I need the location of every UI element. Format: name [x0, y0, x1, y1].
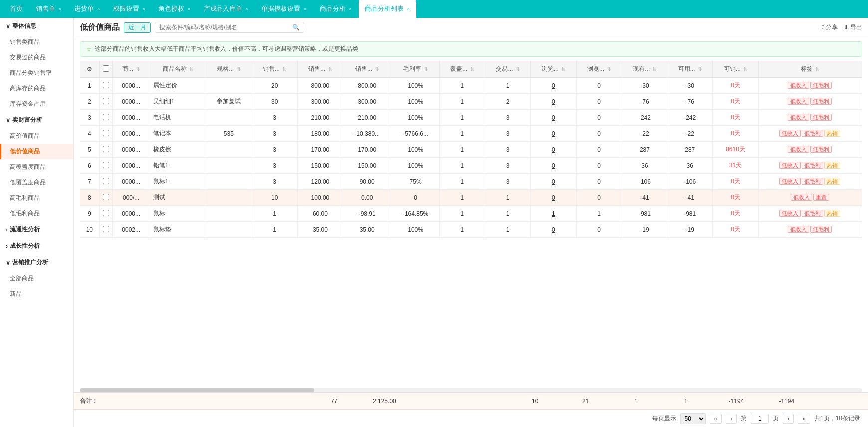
nav-product-stock[interactable]: 产成品入库单 × — [198, 0, 254, 18]
sidebar-item-sales-goods[interactable]: 销售类商品 — [0, 34, 73, 50]
nav-template[interactable]: 单据模板设置 × — [255, 0, 312, 18]
row-num: 7 — [80, 174, 99, 190]
col-browse1[interactable]: 浏览... ⇅ — [531, 61, 576, 78]
row-browse2: 0 — [576, 174, 622, 190]
row-checkbox[interactable] — [103, 226, 109, 232]
nav-role[interactable]: 角色授权 × — [152, 0, 196, 18]
search-icon[interactable]: 🔍 — [292, 24, 300, 31]
nav-purchase[interactable]: 进货单 × — [68, 0, 106, 18]
footer-browse2: 1 — [661, 398, 711, 405]
row-checkbox[interactable] — [103, 130, 109, 136]
page-last-button[interactable]: » — [798, 414, 810, 424]
row-name: 吴细细1 — [150, 94, 206, 110]
row-checkbox-cell — [99, 142, 112, 158]
select-all-checkbox[interactable] — [103, 65, 109, 72]
nav-goods-analysis-list-close[interactable]: × — [407, 6, 410, 12]
col-name[interactable]: 商品名称 ⇅ — [150, 61, 206, 78]
nav-sales[interactable]: 销售单 × — [30, 0, 67, 18]
col-gross[interactable]: 毛利率 ⇅ — [391, 61, 439, 78]
page-input[interactable] — [751, 414, 769, 424]
horizontal-scrollbar[interactable] — [80, 388, 862, 392]
col-code[interactable]: 商... ⇅ — [112, 61, 150, 78]
nav-permission[interactable]: 权限设置 × — [107, 0, 151, 18]
row-s2: 180.00 — [297, 126, 343, 142]
row-tags: 低收入低毛利热销 — [758, 206, 862, 222]
sidebar-item-high-stock[interactable]: 高库存的商品 — [0, 81, 73, 96]
sidebar-item-low-value[interactable]: 低价值商品 — [0, 144, 73, 159]
page-next-button[interactable]: › — [783, 414, 794, 424]
row-gross: -164.85% — [391, 206, 439, 222]
col-checkbox[interactable] — [99, 61, 112, 78]
sidebar-item-stock-capital[interactable]: 库存资金占用 — [0, 96, 73, 112]
sidebar-item-all-goods[interactable]: 全部商品 — [0, 271, 73, 286]
table-footer: 合计： 77 2,125.00 10 21 1 1 -1194 -1194 — [74, 392, 868, 409]
row-checkbox[interactable] — [103, 162, 109, 168]
row-browse2: 0 — [576, 190, 622, 206]
col-avail[interactable]: 可用... ⇅ — [667, 61, 713, 78]
row-browse1: 0 — [531, 222, 576, 238]
page-first-button[interactable]: « — [710, 414, 722, 424]
sidebar-item-category-sales[interactable]: 商品分类销售率 — [0, 65, 73, 81]
col-s3[interactable]: 销售... ⇅ — [343, 61, 391, 78]
share-button[interactable]: ⤴ 分享 — [821, 23, 838, 32]
col-stock[interactable]: 现有... ⇅ — [622, 61, 667, 78]
row-stock: -41 — [622, 190, 667, 206]
nav-purchase-close[interactable]: × — [97, 6, 100, 12]
export-button[interactable]: ⬇ 导出 — [844, 23, 862, 32]
row-checkbox[interactable] — [103, 194, 109, 200]
col-trade[interactable]: 交易... ⇅ — [485, 61, 531, 78]
row-num: 5 — [80, 142, 99, 158]
row-trade: 2 — [485, 94, 531, 110]
nav-role-close[interactable]: × — [187, 6, 190, 12]
sidebar-item-new-goods[interactable]: 新品 — [0, 286, 73, 302]
col-spec[interactable]: 规格... ⇅ — [206, 61, 252, 78]
table-row: 6 0000... 铅笔1 3 150.00 150.00 100% 1 3 0… — [80, 158, 862, 174]
row-num: 3 — [80, 110, 99, 126]
nav-template-close[interactable]: × — [303, 6, 306, 12]
col-s2[interactable]: 销售... ⇅ — [297, 61, 343, 78]
sidebar-item-high-coverage[interactable]: 高覆盖度商品 — [0, 159, 73, 175]
nav-goods-analysis-close[interactable]: × — [349, 6, 352, 12]
table-row: 1 0000... 属性定价 20 800.00 800.00 100% 1 1… — [80, 78, 862, 94]
sidebar-group-wealth[interactable]: ∨ 卖财富分析 — [0, 112, 73, 128]
sidebar-group-growth[interactable]: › 成长性分析 — [0, 238, 73, 254]
sidebar-item-traded-goods[interactable]: 交易过的商品 — [0, 50, 73, 65]
nav-home[interactable]: 首页 — [4, 0, 29, 18]
row-spec: 535 — [206, 126, 252, 142]
row-checkbox[interactable] — [103, 210, 109, 216]
col-cover[interactable]: 覆盖... ⇅ — [439, 61, 485, 78]
per-page-select[interactable]: 50 100 200 — [680, 413, 706, 424]
sidebar-item-low-coverage[interactable]: 低覆盖度商品 — [0, 175, 73, 190]
page-prev-button[interactable]: ‹ — [726, 414, 737, 424]
row-checkbox[interactable] — [103, 146, 109, 152]
row-spec — [206, 110, 252, 126]
col-settings[interactable]: ⚙ — [80, 61, 99, 78]
nav-sales-close[interactable]: × — [58, 6, 61, 12]
sidebar-group-circulation[interactable]: › 流通性分析 — [0, 221, 73, 238]
nav-goods-analysis-list[interactable]: 商品分析列表 × — [359, 0, 416, 18]
table-row: 5 0000... 橡皮擦 3 170.00 170.00 100% 1 3 0… — [80, 142, 862, 158]
row-checkbox[interactable] — [103, 178, 109, 184]
col-browse2[interactable]: 浏览... ⇅ — [576, 61, 622, 78]
nav-permission-close[interactable]: × — [142, 6, 145, 12]
row-avail: -22 — [667, 126, 713, 142]
sidebar-group-overall[interactable]: ∨ 整体信息 — [0, 18, 73, 34]
col-sellable[interactable]: 可销... ⇅ — [713, 61, 758, 78]
row-checkbox[interactable] — [103, 82, 109, 88]
col-tags[interactable]: 标签 ⇅ — [758, 61, 862, 78]
row-checkbox[interactable] — [103, 98, 109, 104]
scrollbar-thumb[interactable] — [80, 388, 314, 392]
search-input[interactable] — [159, 24, 292, 31]
row-checkbox[interactable] — [103, 114, 109, 120]
sidebar-group-marketing[interactable]: ∨ 营销推广分析 — [0, 254, 73, 271]
date-tag-button[interactable]: 近一月 — [124, 22, 151, 33]
sidebar-item-high-value[interactable]: 高价值商品 — [0, 128, 73, 144]
row-checkbox-cell — [99, 222, 112, 238]
sidebar-item-low-profit[interactable]: 低毛利商品 — [0, 206, 73, 221]
nav-goods-analysis[interactable]: 商品分析 × — [314, 0, 358, 18]
sidebar-item-high-profit[interactable]: 高毛利商品 — [0, 190, 73, 206]
row-browse1[interactable]: 1 — [531, 206, 576, 222]
nav-product-stock-close[interactable]: × — [245, 6, 248, 12]
col-s1[interactable]: 销售... ⇅ — [252, 61, 297, 78]
row-code: 000/... — [112, 190, 150, 206]
